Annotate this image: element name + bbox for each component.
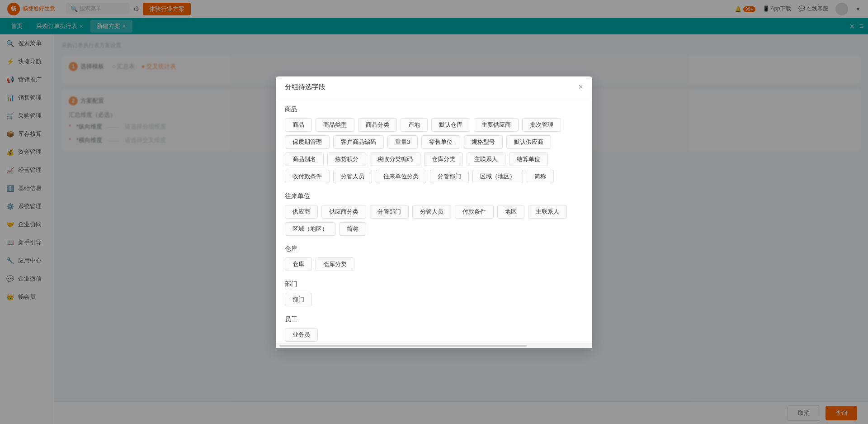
field-tag-1-1[interactable]: 供应商分类 xyxy=(321,205,366,219)
field-tag-0-7[interactable]: 保质期管理 xyxy=(285,135,330,149)
field-group-title-3: 部门 xyxy=(285,280,583,288)
field-tag-0-19[interactable]: 收付款条件 xyxy=(285,170,330,183)
field-tag-0-22[interactable]: 分管部门 xyxy=(430,170,469,183)
field-tag-0-13[interactable]: 商品别名 xyxy=(285,152,324,166)
field-group-title-1: 往来单位 xyxy=(285,192,583,200)
field-tag-0-11[interactable]: 规格型号 xyxy=(464,135,503,149)
field-tags-1: 供应商供应商分类分管部门分管人员付款条件地区主联系人区域（地区）简称 xyxy=(285,205,583,236)
modal-header: 分组待选字段 × xyxy=(276,76,592,98)
field-tag-0-10[interactable]: 零售单位 xyxy=(421,135,460,149)
field-tag-0-17[interactable]: 主联系人 xyxy=(467,152,505,166)
field-tag-1-4[interactable]: 付款条件 xyxy=(455,205,494,219)
field-tags-4: 业务员 xyxy=(285,328,583,342)
field-tag-2-0[interactable]: 仓库 xyxy=(285,257,312,271)
field-tag-1-8[interactable]: 简称 xyxy=(339,222,366,236)
field-group-0: 商品商品商品类型商品分类产地默认仓库主要供应商批次管理保质期管理客户商品编码重量… xyxy=(285,105,583,183)
field-tag-4-0[interactable]: 业务员 xyxy=(285,328,318,342)
field-tag-0-24[interactable]: 简称 xyxy=(527,170,554,183)
field-tag-0-0[interactable]: 商品 xyxy=(285,118,312,132)
modal-overlay: 分组待选字段 × 商品商品商品类型商品分类产地默认仓库主要供应商批次管理保质期管… xyxy=(0,0,868,424)
field-tag-2-1[interactable]: 仓库分类 xyxy=(316,257,354,271)
field-tag-0-2[interactable]: 商品分类 xyxy=(358,118,397,132)
field-tag-0-12[interactable]: 默认供应商 xyxy=(506,135,551,149)
field-tag-0-21[interactable]: 往来单位分类 xyxy=(376,170,426,183)
field-group-2: 仓库仓库仓库分类 xyxy=(285,245,583,271)
field-tag-0-1[interactable]: 商品类型 xyxy=(316,118,354,132)
field-select-modal: 分组待选字段 × 商品商品商品类型商品分类产地默认仓库主要供应商批次管理保质期管… xyxy=(276,76,592,348)
field-tag-1-2[interactable]: 分管部门 xyxy=(370,205,409,219)
field-tag-1-7[interactable]: 区域（地区） xyxy=(285,222,335,236)
field-tag-0-4[interactable]: 默认仓库 xyxy=(431,118,470,132)
modal-close-button[interactable]: × xyxy=(578,83,583,91)
modal-body: 商品商品商品类型商品分类产地默认仓库主要供应商批次管理保质期管理客户商品编码重量… xyxy=(276,98,592,343)
modal-title: 分组待选字段 xyxy=(285,83,326,91)
field-group-title-4: 员工 xyxy=(285,315,583,324)
field-tag-3-0[interactable]: 部门 xyxy=(285,293,312,306)
field-group-3: 部门部门 xyxy=(285,280,583,306)
field-tag-0-20[interactable]: 分管人员 xyxy=(333,170,372,183)
field-tag-0-6[interactable]: 批次管理 xyxy=(522,118,561,132)
field-tag-1-5[interactable]: 地区 xyxy=(497,205,524,219)
field-tag-0-18[interactable]: 结算单位 xyxy=(509,152,548,166)
field-tag-0-14[interactable]: 炼货积分 xyxy=(327,152,366,166)
field-tag-0-9[interactable]: 重量3 xyxy=(387,135,418,149)
field-tag-0-3[interactable]: 产地 xyxy=(401,118,428,132)
field-group-title-2: 仓库 xyxy=(285,245,583,253)
field-tag-1-6[interactable]: 主联系人 xyxy=(528,205,567,219)
field-tags-3: 部门 xyxy=(285,293,583,306)
field-tags-0: 商品商品类型商品分类产地默认仓库主要供应商批次管理保质期管理客户商品编码重量3零… xyxy=(285,118,583,183)
field-tag-0-5[interactable]: 主要供应商 xyxy=(474,118,519,132)
field-tag-0-23[interactable]: 区域（地区） xyxy=(472,170,523,183)
field-tag-1-0[interactable]: 供应商 xyxy=(285,205,318,219)
field-group-title-0: 商品 xyxy=(285,105,583,114)
field-group-4: 员工业务员 xyxy=(285,315,583,342)
field-group-1: 往来单位供应商供应商分类分管部门分管人员付款条件地区主联系人区域（地区）简称 xyxy=(285,192,583,236)
field-tag-0-16[interactable]: 仓库分类 xyxy=(424,152,463,166)
field-tag-1-3[interactable]: 分管人员 xyxy=(412,205,451,219)
horizontal-scrollbar[interactable] xyxy=(279,345,527,347)
field-tags-2: 仓库仓库分类 xyxy=(285,257,583,271)
modal-scroll-bar[interactable] xyxy=(276,343,592,348)
field-tag-0-8[interactable]: 客户商品编码 xyxy=(333,135,384,149)
field-tag-0-15[interactable]: 税收分类编码 xyxy=(370,152,420,166)
